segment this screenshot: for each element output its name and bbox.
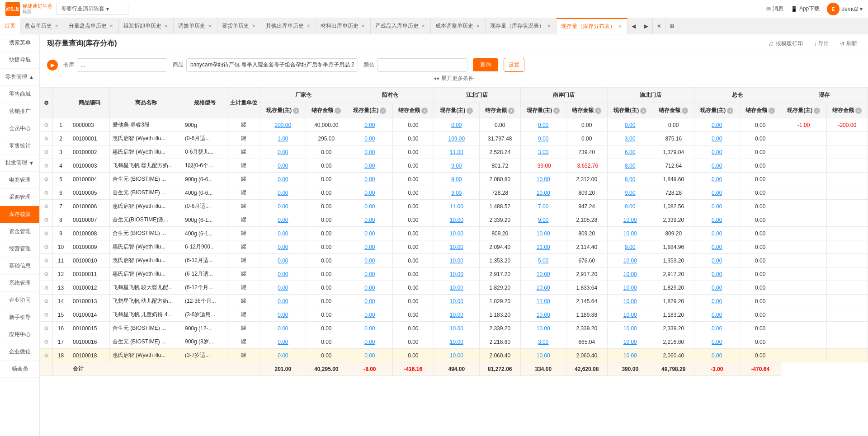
close-icon[interactable]: ✕	[54, 23, 59, 29]
cell-w7-qty[interactable]	[781, 335, 826, 349]
sidebar-item-inventory[interactable]: 库存核算	[0, 206, 39, 223]
tab-cost-adjust[interactable]: 成本调整单历史 ✕	[431, 18, 486, 34]
cell-w3-qty[interactable]: 9.00	[434, 186, 479, 200]
cell-w6-qty[interactable]: 0.00	[694, 349, 740, 362]
cell-w3-qty[interactable]: 11.00	[434, 200, 479, 213]
color-input[interactable]	[377, 58, 467, 72]
cell-w4-qty[interactable]: 10.00	[520, 322, 566, 335]
cell-w5-qty[interactable]: 10.00	[607, 308, 653, 322]
cell-w4-qty[interactable]: 0.00	[520, 118, 566, 132]
tab-home[interactable]: 首页	[0, 18, 20, 34]
close-icon[interactable]: ✕	[360, 23, 366, 29]
cell-w7-qty[interactable]	[781, 267, 826, 281]
store-selector[interactable]: 母婴行业演示陈套 ▾	[56, 3, 128, 15]
cell-w1-qty[interactable]: 1.00	[260, 132, 306, 145]
close-icon[interactable]: ✕	[546, 23, 552, 29]
settings-btn[interactable]: 设置	[504, 58, 524, 72]
cell-w3-qty[interactable]: 10.00	[434, 281, 479, 295]
cell-w4-qty[interactable]: 3.00	[520, 335, 566, 349]
cell-w5-qty[interactable]: 10.00	[607, 295, 653, 308]
sidebar-item-operations[interactable]: 经营管理	[0, 240, 39, 258]
sidebar-item-guide[interactable]: 新手引导	[0, 309, 39, 326]
goods-input[interactable]	[186, 58, 358, 72]
cell-w2-qty[interactable]: 0.00	[347, 322, 392, 335]
sidebar-item-system[interactable]: 系统管理	[0, 275, 39, 292]
cell-w7-qty[interactable]	[781, 213, 826, 227]
cell-w5-qty[interactable]: 8.00	[607, 200, 653, 213]
cell-w3-qty[interactable]: 10.00	[434, 308, 479, 322]
cell-w2-qty[interactable]: 0.00	[347, 159, 392, 173]
cell-w3-qty[interactable]: 0.00	[434, 118, 479, 132]
sidebar-item-search[interactable]: 搜索英单	[0, 34, 39, 52]
cell-w6-qty[interactable]: 0.00	[694, 186, 740, 200]
tab-expand-btn[interactable]: ⊞	[665, 18, 678, 34]
cell-w1-qty[interactable]: 0.00	[260, 308, 306, 322]
tab-sub-count[interactable]: 分量盘点单历史 ✕	[64, 18, 119, 34]
cell-w7-qty[interactable]	[781, 308, 826, 322]
cell-w7-qty[interactable]	[781, 145, 826, 159]
cell-w2-qty[interactable]: 0.00	[347, 335, 392, 349]
cell-gear[interactable]: ⚙	[40, 295, 53, 308]
cell-w1-qty[interactable]: 0.00	[260, 254, 306, 267]
cell-w3-qty[interactable]: 10.00	[434, 322, 479, 335]
cell-w4-qty[interactable]: 10.00	[520, 349, 566, 362]
cell-w4-qty[interactable]: 0.00	[520, 132, 566, 145]
print-btn[interactable]: 🖨 按模版打印	[765, 38, 807, 49]
cell-gear[interactable]: ⚙	[40, 267, 53, 281]
tab-product-in[interactable]: 产成品入库单历史 ✕	[371, 18, 431, 34]
cell-w2-qty[interactable]: 0.00	[347, 186, 392, 200]
cell-gear[interactable]: ⚙	[40, 349, 53, 362]
cell-w3-qty[interactable]: 10.00	[434, 295, 479, 308]
cell-w7-qty[interactable]	[781, 322, 826, 335]
sidebar-item-retail-stats[interactable]: 零售统计	[0, 137, 39, 155]
cell-w1-qty[interactable]: 0.00	[260, 173, 306, 186]
cell-gear[interactable]: ⚙	[40, 159, 53, 173]
cell-w4-qty[interactable]: 9.00	[520, 213, 566, 227]
cell-w6-qty[interactable]: 0.00	[694, 132, 740, 145]
cell-w4-qty[interactable]: 3.00	[520, 145, 566, 159]
sidebar-item-enterprise[interactable]: 企业协同	[0, 292, 39, 309]
cell-w4-qty[interactable]: 10.00	[520, 308, 566, 322]
cell-w6-qty[interactable]: 0.00	[694, 213, 740, 227]
cell-w6-qty[interactable]: 0.00	[694, 227, 740, 240]
sidebar-item-wholesale-mgmt[interactable]: 批发管理 ▼	[0, 155, 39, 172]
sidebar-item-member[interactable]: 会员中心	[0, 120, 39, 137]
cell-gear[interactable]: ⚙	[40, 145, 53, 159]
refresh-btn[interactable]: ↺ 刷新	[836, 38, 861, 49]
cell-w1-qty[interactable]: 0.00	[260, 281, 306, 295]
cell-w3-qty[interactable]: 9.00	[434, 173, 479, 186]
warehouse-input[interactable]	[77, 58, 167, 72]
cell-w6-qty[interactable]: 0.00	[694, 173, 740, 186]
cell-w3-qty[interactable]: 11.00	[434, 145, 479, 159]
cell-w6-qty[interactable]: 0.00	[694, 281, 740, 295]
cell-gear[interactable]: ⚙	[40, 254, 53, 267]
cell-w1-qty[interactable]: 0.00	[260, 349, 306, 362]
cell-gear[interactable]: ⚙	[40, 240, 53, 254]
cell-w4-qty[interactable]: 10.00	[520, 281, 566, 295]
cell-w6-qty[interactable]: 0.00	[694, 200, 740, 213]
cell-gear[interactable]: ⚙	[40, 132, 53, 145]
cell-w6-qty[interactable]: 0.00	[694, 159, 740, 173]
cell-w1-qty[interactable]: 0.00	[260, 322, 306, 335]
cell-w2-qty[interactable]: 0.00	[347, 267, 392, 281]
cell-w6-qty[interactable]: 0.00	[694, 267, 740, 281]
cell-w7-qty[interactable]	[781, 227, 826, 240]
tab-stock-status[interactable]: 现存量（库存状况表） ✕	[486, 18, 557, 34]
sidebar-item-member2[interactable]: 畅会员	[0, 361, 39, 378]
cell-w7-qty[interactable]	[781, 186, 826, 200]
cell-w5-qty[interactable]: 9.00	[607, 240, 653, 254]
tab-outbound-other[interactable]: 其他出库单历史 ✕	[261, 18, 316, 34]
cell-gear[interactable]: ⚙	[40, 335, 53, 349]
cell-w2-qty[interactable]: 0.00	[347, 227, 392, 240]
cell-w5-qty[interactable]: 0.00	[607, 118, 653, 132]
cell-w3-qty[interactable]: 109.00	[434, 132, 479, 145]
sidebar-item-finance[interactable]: 资金管理	[0, 223, 39, 240]
cell-gear[interactable]: ⚙	[40, 213, 53, 227]
cell-w3-qty[interactable]: 10.00	[434, 240, 479, 254]
tab-transfer[interactable]: 调拨单历史 ✕	[174, 18, 217, 34]
export-btn[interactable]: ↓ 导出	[810, 38, 833, 49]
cell-w6-qty[interactable]: 0.00	[694, 145, 740, 159]
cell-gear[interactable]: ⚙	[40, 200, 53, 213]
sidebar-item-retail-mgmt[interactable]: 零售管理 ▲	[0, 69, 39, 86]
cell-w5-qty[interactable]: 10.00	[607, 322, 653, 335]
